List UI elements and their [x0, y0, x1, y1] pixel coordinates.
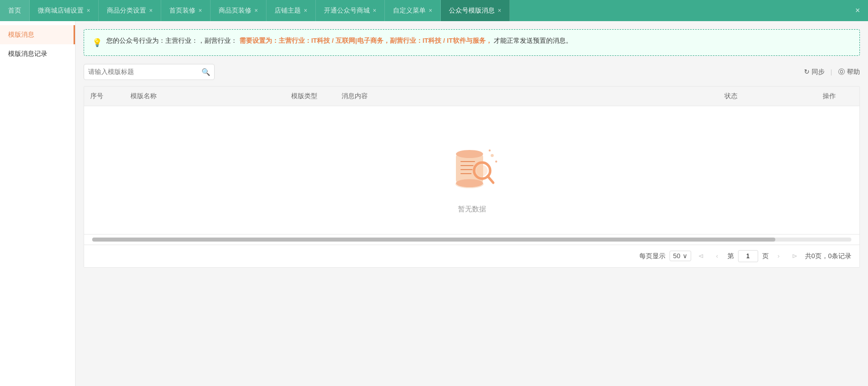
sidebar: 模版消息 模版消息记录 — [0, 21, 76, 386]
scroll-bar-area — [84, 234, 859, 245]
sync-label: 同步 — [812, 67, 825, 76]
last-page-button[interactable]: ⊳ — [789, 250, 801, 262]
svg-point-11 — [491, 154, 494, 157]
search-bar: 🔍 ↻ 同步 | ⓪ 帮助 — [84, 64, 860, 80]
alert-banner: 💡 您的公众号行业为：主营行业：，副营行业： 需要设置为：主营行业：IT科技 /… — [84, 29, 860, 56]
close-icon[interactable]: × — [373, 8, 376, 14]
sync-icon: ↻ — [804, 68, 810, 75]
nav-tab-home-decor-label: 首页装修 — [169, 6, 195, 15]
nav-tab-home-label: 首页 — [8, 6, 21, 15]
per-page-label: 每页显示 — [639, 252, 665, 261]
pagination-total: 共0页，0条记录 — [805, 252, 851, 261]
per-page-select[interactable]: 50 ∨ — [670, 251, 691, 261]
page-input[interactable] — [738, 250, 758, 262]
col-header-type: 模版类型 — [285, 87, 336, 106]
alert-highlight: 需要设置为：主营行业：IT科技 / 互联网|电子商务，副营行业：IT科技 / I… — [239, 37, 492, 44]
nav-tab-store-theme-label: 店铺主题 — [275, 6, 301, 15]
nav-tab-shop-settings[interactable]: 微商城店铺设置 × — [30, 0, 99, 21]
nav-tab-open-mp-store-label: 开通公众号商城 — [324, 6, 370, 15]
svg-point-12 — [495, 161, 497, 163]
close-icon[interactable]: × — [498, 8, 501, 14]
page-unit: 页 — [762, 252, 769, 261]
search-input[interactable] — [88, 68, 202, 75]
alert-text: 您的公众号行业为：主营行业：，副营行业： 需要设置为：主营行业：IT科技 / 互… — [106, 36, 572, 46]
main-content: 💡 您的公众号行业为：主营行业：，副营行业： 需要设置为：主营行业：IT科技 /… — [76, 21, 868, 386]
col-header-status: 状态 — [718, 87, 799, 106]
svg-point-9 — [477, 165, 488, 176]
per-page-value: 50 — [673, 252, 680, 260]
col-header-content: 消息内容 — [336, 87, 718, 106]
nav-tab-home[interactable]: 首页 — [0, 0, 30, 21]
svg-point-13 — [489, 149, 491, 151]
chevron-down-icon: ∨ — [683, 252, 688, 260]
col-header-seq: 序号 — [84, 87, 124, 106]
alert-prefix: 您的公众号行业为：主营行业：，副营行业： — [106, 37, 237, 44]
svg-line-10 — [488, 176, 493, 183]
help-label: 帮助 — [847, 67, 860, 76]
nav-tab-custom-menu[interactable]: 自定义菜单 × — [385, 0, 441, 21]
close-icon[interactable]: × — [87, 8, 90, 14]
help-circle-icon: ⓪ — [838, 67, 845, 76]
col-header-action: 操作 — [799, 87, 859, 106]
svg-point-2 — [456, 150, 483, 158]
page-label: 第 — [727, 252, 734, 261]
nav-tab-shop-settings-label: 微商城店铺设置 — [38, 6, 84, 15]
alert-suffix: 才能正常发送预置的消息。 — [494, 37, 572, 44]
prev-page-button[interactable]: ‹ — [711, 250, 723, 262]
sync-button[interactable]: ↻ 同步 — [804, 67, 825, 76]
top-nav: 首页 微商城店铺设置 × 商品分类设置 × 首页装修 × 商品页装修 × 店铺主… — [0, 0, 868, 21]
sidebar-item-template-msg-label: 模版消息 — [8, 31, 34, 38]
sidebar-item-template-msg-log[interactable]: 模版消息记录 — [0, 44, 75, 63]
help-button[interactable]: ⓪ 帮助 — [838, 67, 860, 76]
empty-illustration — [442, 136, 502, 197]
sidebar-item-template-msg[interactable]: 模版消息 — [0, 25, 75, 44]
pagination: 每页显示 50 ∨ ⊲ ‹ 第 页 › ⊳ 共0页，0条记录 — [84, 245, 859, 267]
nav-tab-open-mp-store[interactable]: 开通公众号商城 × — [316, 0, 385, 21]
search-input-wrapper[interactable]: 🔍 — [84, 64, 215, 80]
close-icon[interactable]: × — [304, 8, 307, 14]
nav-tab-product-decor-label: 商品页装修 — [219, 6, 251, 15]
empty-state: 暂无数据 — [84, 106, 859, 234]
next-page-button[interactable]: › — [773, 250, 785, 262]
nav-tab-custom-menu-label: 自定义菜单 — [393, 6, 426, 15]
nav-tab-category-settings[interactable]: 商品分类设置 × — [99, 0, 161, 21]
scrollbar-thumb[interactable] — [92, 238, 775, 242]
bulb-icon: 💡 — [92, 36, 102, 49]
toolbar-right: ↻ 同步 | ⓪ 帮助 — [804, 67, 860, 76]
sidebar-item-template-msg-log-label: 模版消息记录 — [8, 50, 47, 57]
main-layout: 模版消息 模版消息记录 💡 您的公众号行业为：主营行业：，副营行业： 需要设置为… — [0, 21, 868, 386]
nav-tab-category-settings-label: 商品分类设置 — [107, 6, 146, 15]
nav-tab-mp-template[interactable]: 公众号模版消息 × — [441, 0, 510, 21]
search-button[interactable]: 🔍 — [202, 68, 210, 76]
divider: | — [831, 68, 832, 75]
table-header: 序号 模版名称 模版类型 消息内容 状态 操作 — [84, 87, 859, 106]
close-all-button[interactable]: × — [847, 6, 868, 15]
data-table: 序号 模版名称 模版类型 消息内容 状态 操作 — [84, 86, 860, 268]
nav-tab-home-decor[interactable]: 首页装修 × — [161, 0, 211, 21]
close-icon[interactable]: × — [149, 8, 153, 14]
svg-point-3 — [456, 179, 483, 187]
col-header-name: 模版名称 — [124, 87, 285, 106]
close-icon[interactable]: × — [254, 8, 258, 14]
close-icon[interactable]: × — [198, 8, 202, 14]
horizontal-scrollbar[interactable] — [92, 238, 851, 242]
nav-tab-store-theme[interactable]: 店铺主题 × — [266, 0, 316, 21]
nav-tab-product-decor[interactable]: 商品页装修 × — [211, 0, 266, 21]
empty-text: 暂无数据 — [458, 205, 486, 214]
first-page-button[interactable]: ⊲ — [695, 250, 707, 262]
nav-tab-mp-template-label: 公众号模版消息 — [449, 6, 495, 15]
close-icon[interactable]: × — [429, 8, 432, 14]
